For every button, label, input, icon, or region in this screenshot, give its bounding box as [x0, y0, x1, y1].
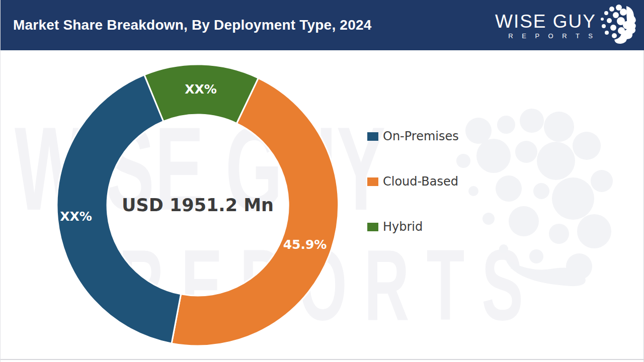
- legend-item-cloud-based[interactable]: Cloud-Based: [367, 172, 459, 191]
- legend-label-cloud-based: Cloud-Based: [383, 174, 458, 189]
- legend-label-on-premises: On-Premises: [383, 129, 459, 143]
- header-bar: Market Share Breakdown, By Deployment Ty…: [1, 0, 644, 50]
- legend-item-hybrid[interactable]: Hybrid: [367, 218, 459, 236]
- donut-center-value: USD 1951.2 Mn: [122, 195, 274, 215]
- logo-face-icon: [598, 4, 637, 47]
- slice-label-cloud-based: 45.9%: [283, 237, 327, 252]
- legend-swatch-hybrid: [367, 223, 378, 231]
- watermark-face-dots: [433, 106, 619, 292]
- page-title: Market Share Breakdown, By Deployment Ty…: [1, 17, 371, 33]
- logo-name-text: WISE GUY: [495, 12, 596, 32]
- legend-swatch-on-premises: [367, 132, 378, 141]
- bottom-border: [1, 359, 644, 360]
- report-page: WISE GUY REPORTS Market Share Breakdown,…: [0, 0, 644, 362]
- slice-label-hybrid: XX%: [185, 82, 217, 97]
- brand-logo: WISE GUY R E P O R T S: [495, 4, 637, 47]
- legend-label-hybrid: Hybrid: [383, 220, 423, 234]
- slice-label-on-premises: XX%: [60, 209, 92, 224]
- chart-legend: On-Premises Cloud-Based Hybrid: [367, 127, 459, 263]
- legend-item-on-premises[interactable]: On-Premises: [367, 127, 459, 145]
- logo-subtitle-text: R E P O R T S: [508, 32, 596, 40]
- legend-swatch-cloud-based: [367, 177, 378, 186]
